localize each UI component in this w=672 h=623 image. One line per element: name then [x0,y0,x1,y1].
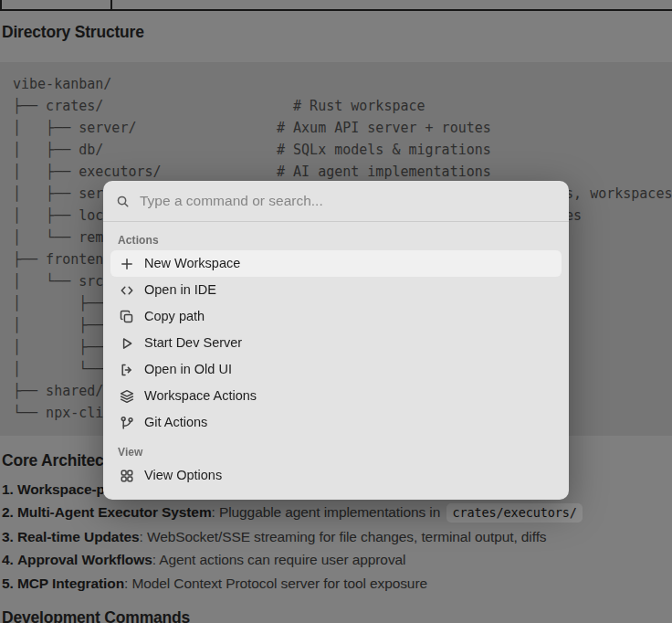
arch-list-item: 2. Multi-Agent Executor System: Pluggabl… [2,501,672,524]
command-group: ViewView Options [103,436,569,489]
command-search-row [103,181,569,222]
arch-item-text: : Pluggable agent implementations in [212,504,441,520]
command-item-label: Copy path [144,309,205,323]
arch-item-text: : Agent actions can require user approva… [152,552,406,567]
grid-icon [120,469,134,483]
arch-item-term: MCP Integration [17,575,124,591]
code-icon [120,283,134,298]
command-list: ActionsNew WorkspaceOpen in IDECopy path… [103,222,569,498]
arch-item-number: 1. [2,481,14,497]
arch-list-item: 3. Real-time Updates: WebSocket/SSE stre… [2,525,672,548]
arch-item-number: 2. [2,504,14,520]
arch-item-term: Multi-Agent Executor System [17,504,212,520]
arch-list-item: 5. MCP Integration: Model Context Protoc… [2,572,672,595]
command-palette-dialog: ActionsNew WorkspaceOpen in IDECopy path… [103,181,569,500]
command-item-label: New Workspace [144,256,240,270]
copy-icon [120,310,134,324]
arch-item-number: 5. [2,575,14,591]
table-cell [0,0,112,9]
command-item-new-workspace[interactable]: New Workspace [110,250,562,277]
command-item-label: Open in IDE [144,282,216,297]
command-group: ActionsNew WorkspaceOpen in IDECopy path… [103,229,569,436]
command-item-label: Start Dev Server [144,335,242,350]
command-item-label: Git Actions [144,415,207,429]
command-item-label: Open in Old UI [144,362,232,376]
command-item-label: View Options [144,468,222,482]
command-group-label: View [103,436,569,462]
arch-item-text: : Model Context Protocol server for tool… [124,575,427,591]
table-bottom-fragment [0,0,672,11]
arch-item-number: 4. [2,552,14,567]
plus-icon [120,257,134,271]
git-branch-icon [120,416,134,430]
command-item-open-in-old-ui[interactable]: Open in Old UI [110,356,562,383]
command-item-label: Workspace Actions [144,388,257,403]
arch-item-term: Approval Workflows [17,552,152,567]
play-icon [120,336,134,351]
section-heading-development-commands: Development Commands [2,608,672,623]
section-heading-directory-structure: Directory Structure [2,23,672,42]
inline-code: crates/executors/ [446,503,582,523]
arch-item-term: Real-time Updates [17,529,140,544]
command-item-start-dev-server[interactable]: Start Dev Server [110,330,562,356]
arch-item-text: : WebSocket/SSE streaming for file chang… [140,529,547,544]
command-item-git-actions[interactable]: Git Actions [110,409,562,436]
command-item-view-options[interactable]: View Options [110,462,562,489]
arch-item-number: 3. [2,529,14,544]
command-item-copy-path[interactable]: Copy path [110,303,562,330]
open-old-ui-icon [120,363,134,377]
table-cell [112,0,672,9]
command-group-label: Actions [103,229,569,250]
layers-icon [120,389,134,404]
command-item-workspace-actions[interactable]: Workspace Actions [110,383,562,409]
command-search-input[interactable] [138,192,556,210]
search-icon [116,195,130,208]
arch-list-item: 4. Approval Workflows: Agent actions can… [2,548,672,571]
command-item-open-in-ide[interactable]: Open in IDE [110,277,562,303]
